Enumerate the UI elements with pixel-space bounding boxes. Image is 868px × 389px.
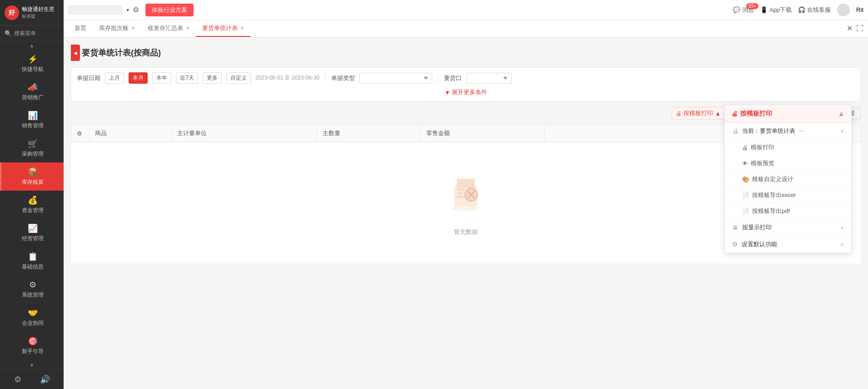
online-service-btn[interactable]: 🎧 在线客服 bbox=[798, 6, 831, 14]
trial-btn[interactable]: 体验行业方案 bbox=[145, 4, 194, 16]
dropdown-item-default-fn[interactable]: ⚙ 设置默认功能 ▾ bbox=[725, 236, 851, 253]
dropdown-item-template-preview[interactable]: 👁 模板预览 bbox=[725, 156, 851, 172]
tab-close-window-btn[interactable]: ✕ bbox=[847, 24, 853, 33]
display-print-left: 🖥 按显示打印 bbox=[732, 223, 772, 232]
dropdown-item-display-print[interactable]: 🖥 按显示打印 ▾ bbox=[725, 219, 851, 236]
topbar-dropdown-btn[interactable]: ▾ bbox=[126, 7, 129, 13]
tab-inventory-batch-label: 库存批次账 bbox=[99, 24, 129, 32]
sidebar-item-finance[interactable]: 💰 资金管理 bbox=[0, 191, 64, 219]
col-settings-icon[interactable]: ⚙ bbox=[77, 130, 82, 137]
messages-btn[interactable]: 💬 消息 99+ bbox=[733, 6, 754, 14]
default-fn-icon: ⚙ bbox=[732, 241, 738, 248]
col-unit: 主计量单位 bbox=[172, 125, 317, 142]
display-print-icon: 🖥 bbox=[732, 224, 738, 231]
app-download-btn[interactable]: 📱 App下载 bbox=[760, 6, 792, 14]
sidebar-item-sales[interactable]: 📊 销售管理 bbox=[0, 106, 64, 134]
svg-point-0 bbox=[452, 206, 479, 211]
dropdown-close-btn[interactable]: ▲ bbox=[838, 110, 845, 118]
last-7-days-btn[interactable]: 近7天 bbox=[176, 72, 198, 84]
current-item-label: 当前：要货单统计表 bbox=[742, 127, 795, 135]
dropdown-item-export-excel[interactable]: 📄 按模板导出excel bbox=[725, 187, 851, 203]
print-btn-label: 按模板打印 bbox=[683, 109, 713, 117]
app-logo: 好 畅捷通好生意 标准版 bbox=[0, 0, 64, 26]
col-settings[interactable]: ⚙ bbox=[71, 125, 90, 142]
tabs-bar: 首页 库存批次账 ✕ 收发存汇总表 ✕ 要货单统计表 ✕ ✕ ⛶ bbox=[64, 20, 868, 37]
current-month-btn[interactable]: 本月 bbox=[129, 72, 148, 84]
expand-icon: ▼ bbox=[444, 89, 450, 96]
print-chevron-icon: ▲ bbox=[715, 110, 721, 117]
sidebar-item-marketing[interactable]: 📣 营销推广 bbox=[0, 78, 64, 106]
expand-more-btn[interactable]: ▼ 展开更多条件 bbox=[444, 88, 487, 96]
sidebar-item-label: 基础信息 bbox=[22, 263, 44, 271]
current-item-icon: 🖨 bbox=[732, 127, 738, 135]
print-btn[interactable]: 🖨 按模板打印 ▲ bbox=[672, 107, 725, 120]
online-service-label: 在线客服 bbox=[807, 6, 831, 14]
require-type-label: 要货口 bbox=[444, 74, 462, 82]
prev-month-btn[interactable]: 上月 bbox=[105, 72, 124, 84]
topbar-gear-icon[interactable]: ⚙ bbox=[133, 5, 139, 14]
date-range-display: 2023-06-01 至 2023-06-30 bbox=[255, 74, 319, 82]
custom-btn[interactable]: 自定义 bbox=[226, 72, 251, 84]
empty-text: 暂无数据 bbox=[454, 228, 478, 236]
topbar-search-input[interactable] bbox=[68, 5, 123, 15]
search-menu[interactable]: 🔍 搜索菜单 bbox=[0, 26, 64, 41]
col-amount: 零售金额 bbox=[420, 125, 545, 142]
export-excel-icon: 📄 bbox=[742, 192, 749, 199]
sidebar-item-basic[interactable]: 📋 基础信息 bbox=[0, 247, 64, 275]
dropdown-item-template-custom[interactable]: 🎨 模板自定义设计 bbox=[725, 172, 851, 187]
sidebar-item-inventory[interactable]: 📦 库存核算 bbox=[0, 162, 64, 191]
tab-order-summary-label: 要货单统计表 bbox=[202, 24, 238, 32]
avatar[interactable] bbox=[837, 4, 850, 16]
svg-rect-9 bbox=[457, 196, 464, 197]
headset-icon: 🎧 bbox=[798, 6, 805, 13]
filter-divider bbox=[325, 74, 326, 82]
speaker-bottom-icon[interactable]: 🔊 bbox=[40, 374, 50, 384]
more-btn[interactable]: 更多 bbox=[203, 72, 222, 84]
dropdown-current-item[interactable]: 🖨 当前：要货单统计表 ▾ bbox=[725, 123, 851, 140]
messages-badge: 99+ bbox=[746, 3, 758, 9]
sidebar-item-purchase[interactable]: 🛒 采购管理 bbox=[0, 134, 64, 162]
tab-order-summary-close[interactable]: ✕ bbox=[240, 25, 244, 30]
export-excel-label: 按模板导出excel bbox=[752, 191, 795, 199]
dropdown-title: 🖨 按模板打印 bbox=[731, 110, 772, 118]
tab-receivables[interactable]: 收发存汇总表 ✕ bbox=[141, 20, 196, 37]
sidebar-item-label: 营销推广 bbox=[22, 94, 44, 101]
tab-maximize-btn[interactable]: ⛶ bbox=[856, 24, 863, 33]
dropdown-header: 🖨 按模板打印 ▲ bbox=[725, 105, 851, 123]
sidebar-item-system[interactable]: ⚙ 系统管理 bbox=[0, 275, 64, 303]
svg-rect-8 bbox=[457, 192, 463, 194]
type-select[interactable] bbox=[359, 73, 432, 84]
operations-icon: 📈 bbox=[28, 223, 38, 233]
inventory-icon: 📦 bbox=[28, 167, 38, 177]
sidebar-item-quick-nav[interactable]: ⚡ 快捷导航 bbox=[0, 50, 64, 78]
type-label: 单据类型 bbox=[331, 74, 355, 82]
message-icon: 💬 bbox=[733, 6, 740, 13]
dropdown-title-text: 按模板打印 bbox=[740, 110, 772, 118]
sidebar-item-newbie[interactable]: 🎯 新手引导 bbox=[0, 332, 64, 360]
sidebar-item-operations[interactable]: 📈 经营管理 bbox=[0, 219, 64, 247]
dropdown-item-template-print[interactable]: 🖨 模板打印 bbox=[725, 140, 851, 156]
quick-nav-icon: ⚡ bbox=[28, 54, 38, 64]
basic-icon: 📋 bbox=[28, 252, 38, 262]
system-icon: ⚙ bbox=[29, 280, 36, 290]
date-label: 单据日期 bbox=[77, 74, 100, 82]
sidebar-item-collab[interactable]: 🤝 企业协同 bbox=[0, 303, 64, 332]
svg-rect-7 bbox=[457, 189, 465, 190]
page-content: ◀ 要货单统计表(按商品) 单据日期 上月 本月 本年 近7天 更多 自定义 2… bbox=[64, 37, 868, 389]
topbar-right: 💬 消息 99+ 📱 App下载 🎧 在线客服 Rit bbox=[733, 4, 863, 16]
scroll-down-btn[interactable]: ▼ bbox=[0, 361, 64, 369]
require-type-select[interactable] bbox=[466, 73, 512, 84]
tab-home[interactable]: 首页 bbox=[68, 20, 93, 37]
tab-receivables-close[interactable]: ✕ bbox=[186, 25, 190, 30]
scroll-up-btn[interactable]: ▲ bbox=[0, 41, 64, 50]
tab-inventory-batch-close[interactable]: ✕ bbox=[131, 25, 135, 30]
settings-bottom-icon[interactable]: ⚙ bbox=[14, 374, 21, 384]
filter-row-1: 单据日期 上月 本月 本年 近7天 更多 自定义 2023-06-01 至 20… bbox=[77, 72, 855, 84]
red-expand-btn[interactable]: ◀ bbox=[71, 45, 80, 61]
dropdown-item-export-pdf[interactable]: 📄 按模板导出pdf bbox=[725, 203, 851, 219]
print-dropdown-panel: 🖨 按模板打印 ▲ 🖨 当前：要货单统计表 ▾ 🖨 模板打印 bbox=[724, 105, 852, 253]
current-year-btn[interactable]: 本年 bbox=[152, 72, 171, 84]
tab-order-summary[interactable]: 要货单统计表 ✕ bbox=[196, 20, 250, 37]
sales-icon: 📊 bbox=[28, 111, 38, 121]
tab-inventory-batch[interactable]: 库存批次账 ✕ bbox=[93, 20, 141, 37]
